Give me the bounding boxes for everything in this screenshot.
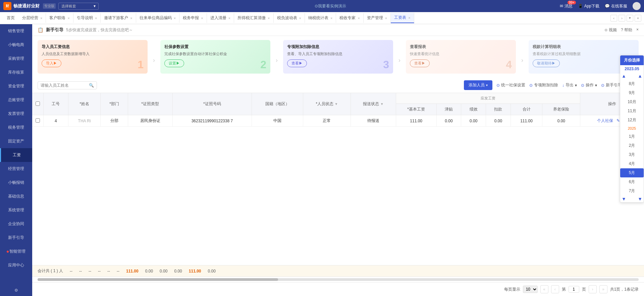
close-icon[interactable]: × — [358, 16, 360, 20]
online-service-btn[interactable]: 💬 在线客服 — [605, 3, 627, 9]
export-btn[interactable]: ↓ 导出 ▾ — [562, 82, 577, 88]
close-icon[interactable]: × — [201, 16, 203, 20]
close-icon[interactable]: × — [174, 16, 176, 20]
close-icon[interactable]: × — [385, 16, 387, 20]
op-social-btn[interactable]: 个人社保 — [597, 118, 613, 123]
tab-客户联络[interactable]: 客户联络 × — [46, 13, 73, 23]
tab-分层经营[interactable]: 分层经营 × — [19, 13, 46, 23]
month-item-11[interactable]: 11月 — [620, 107, 644, 116]
status-filter-icon[interactable]: ▼ — [334, 102, 338, 106]
tab-进入清册[interactable]: 进入清册 × — [207, 13, 234, 23]
month-item-2[interactable]: 2月 — [620, 141, 644, 150]
month-nav-down-btn[interactable]: ▼ — [622, 196, 626, 202]
op-edit-btn[interactable]: ✎ — [616, 118, 620, 123]
close-icon[interactable]: × — [299, 16, 301, 20]
month-item-9[interactable]: 9月 — [620, 88, 644, 97]
month-item-4[interactable]: 4月 — [620, 159, 644, 168]
month-nav-down2-btn[interactable]: ▼ — [638, 196, 642, 202]
sidebar-item-工资[interactable]: 工资 — [0, 148, 32, 162]
close-icon[interactable]: × — [228, 16, 230, 20]
tab-往来单位商品编码[interactable]: 往来单位商品编码 × — [136, 13, 179, 23]
select-all-checkbox[interactable] — [36, 101, 40, 106]
sidebar-item-基础信息[interactable]: 基础信息 — [0, 189, 32, 203]
sidebar-item-经营管理[interactable]: 经营管理 — [0, 162, 32, 176]
last-page-btn[interactable]: » — [599, 285, 607, 293]
guide-video-btn[interactable]: ⊙ 视频 — [604, 27, 617, 33]
tab-税负波动表[interactable]: 税负波动表 × — [274, 13, 305, 23]
step-2-btn[interactable]: 设置▶ — [164, 59, 184, 67]
row-checkbox[interactable] — [36, 118, 40, 123]
tab-home[interactable]: 首页 — [3, 13, 19, 23]
step-1-btn[interactable]: 导入▶ — [42, 59, 61, 67]
app-download-btn[interactable]: 📱 App下载 — [578, 3, 599, 9]
tab-邀请下游客户[interactable]: 邀请下游客户 × — [101, 13, 136, 23]
tab-税务申报[interactable]: 税务申报 × — [179, 13, 207, 23]
close-icon[interactable]: × — [95, 16, 97, 20]
month-nav-up2-btn[interactable]: ▲ — [638, 73, 642, 79]
step-3-btn[interactable]: 查看▶ — [287, 59, 307, 67]
sidebar-item-小畅电商[interactable]: 小畅电商 — [0, 38, 32, 52]
month-item-8[interactable]: 8月 — [620, 79, 644, 88]
search-input[interactable] — [41, 83, 88, 88]
prev-page-btn[interactable]: ‹ — [551, 285, 559, 293]
social-settings-btn[interactable]: ⊙ 统一社保设置 — [496, 82, 525, 88]
user-avatar[interactable] — [633, 2, 641, 10]
sidebar-item-固定资产[interactable]: 固定资产 — [0, 134, 32, 148]
demo-btn[interactable]: ⊙ 我要看实例演示 — [101, 3, 560, 9]
close-icon[interactable]: × — [130, 16, 132, 20]
month-item-5[interactable]: 5月 — [620, 168, 644, 177]
sidebar-item-企业协同[interactable]: 企业协同 — [0, 217, 32, 231]
scroll-thumb[interactable] — [38, 278, 278, 281]
sidebar-item-销售管理[interactable]: 销售管理 — [0, 24, 32, 38]
sidebar-item-新手引导[interactable]: 新手引导 — [0, 231, 32, 245]
step-5-btn[interactable]: 敬请期待▶ — [533, 59, 560, 67]
month-item-12[interactable]: 12月 — [620, 116, 644, 125]
month-item-6[interactable]: 6月 — [620, 177, 644, 186]
tab-纳税统计表[interactable]: 纳税统计表 × — [305, 13, 336, 23]
tab-所得税汇算清缴[interactable]: 所得税汇算清缴 × — [234, 13, 273, 23]
tab-工资表[interactable]: 工资表 × — [391, 13, 414, 23]
month-item-10[interactable]: 10月 — [620, 97, 644, 107]
sidebar-item-总账管理[interactable]: 总账管理 — [0, 93, 32, 107]
sidebar-item-智能管理[interactable]: 智能管理 — [0, 245, 32, 258]
sidebar-item-发票管理[interactable]: 发票管理 — [0, 107, 32, 121]
tab-prev-btn[interactable]: ‹ — [610, 15, 617, 22]
tab-menu-btn[interactable]: ▾ — [627, 15, 633, 22]
tab-close-all-btn[interactable]: × — [635, 15, 641, 22]
search-icon[interactable]: 🔍 — [89, 83, 94, 88]
sidebar-item-小畅报销[interactable]: 小畅报销 — [0, 176, 32, 189]
sidebar-item-采购管理[interactable]: 采购管理 — [0, 52, 32, 66]
tab-资产管理[interactable]: 资产管理 × — [364, 13, 391, 23]
guide-btn[interactable]: ⊙ 新手引导 — [601, 82, 622, 88]
guide-close-btn[interactable]: × — [636, 27, 639, 33]
sidebar-item-库存核算[interactable]: 库存核算 — [0, 66, 32, 79]
month-item-1[interactable]: 1月 — [620, 132, 644, 141]
month-item-7[interactable]: 7月 — [620, 186, 644, 196]
page-size-select[interactable]: 10 20 50 — [523, 286, 538, 293]
sidebar-settings[interactable]: ⚙ — [0, 285, 32, 296]
tab-税收专家[interactable]: 税收专家 × — [336, 13, 363, 23]
add-person-btn[interactable]: 添加人员 ▾ — [464, 80, 492, 90]
close-icon[interactable]: × — [268, 16, 270, 20]
close-icon[interactable]: × — [67, 16, 69, 20]
close-icon[interactable]: × — [408, 16, 410, 20]
next-page-btn[interactable]: › — [589, 285, 597, 293]
sidebar-item-税务管理[interactable]: 税务管理 — [0, 121, 32, 134]
month-item-3[interactable]: 3月 — [620, 150, 644, 159]
sidebar-item-应用中心[interactable]: 应用中心 — [0, 258, 32, 272]
sidebar-item-资金管理[interactable]: 资金管理 — [0, 79, 32, 93]
step-4-btn[interactable]: 查看▶ — [410, 59, 430, 67]
close-icon[interactable]: × — [40, 16, 42, 20]
tab-next-btn[interactable]: › — [619, 15, 625, 22]
sidebar-item-系统管理[interactable]: 系统管理 — [0, 203, 32, 217]
horizontal-scrollbar[interactable] — [38, 278, 639, 281]
company-dropdown[interactable]: 选择账套 ▾ — [58, 3, 99, 10]
month-nav-up-btn[interactable]: ▲ — [622, 73, 626, 79]
page-input[interactable] — [569, 286, 579, 293]
tab-引导说明[interactable]: 引导说明 × — [73, 13, 101, 23]
message-btn[interactable]: ✉ 消息 99+ — [560, 3, 573, 9]
special-deduction-btn[interactable]: ⊙ 专项附加扣除 — [529, 82, 558, 88]
operations-btn[interactable]: ⊙ 操作 ▾ — [581, 82, 597, 88]
first-page-btn[interactable]: « — [540, 285, 548, 293]
send-status-filter-icon[interactable]: ▼ — [380, 102, 384, 106]
